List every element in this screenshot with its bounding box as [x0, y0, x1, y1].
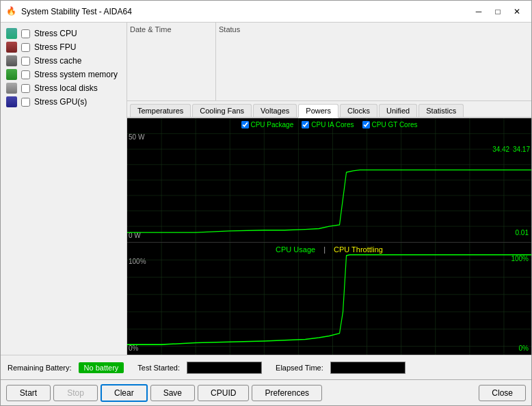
cpu-icon [6, 28, 17, 39]
cpu-usage-label: CPU Usage [276, 245, 315, 254]
stress-memory-row: Stress system memory [6, 69, 121, 80]
stress-cache-row: Stress cache [6, 55, 121, 66]
maximize-button[interactable]: □ [489, 5, 507, 18]
cpu-ia-toggle[interactable] [302, 121, 309, 128]
usage-graph-legend: CPU Usage | CPU Throttling [276, 245, 383, 254]
main-window: 🔥 System Stability Test - AIDA64 ─ □ ✕ S… [0, 0, 532, 406]
remaining-battery-label: Remaining Battery: [8, 364, 72, 372]
power-graph: CPU Package CPU IA Cores CPU GT Cores 50… [127, 118, 531, 242]
power-graph-legend: CPU Package CPU IA Cores CPU GT Cores [241, 121, 417, 128]
close-window-button[interactable]: ✕ [508, 5, 526, 18]
elapsed-time-field [330, 362, 405, 374]
stress-local-row: Stress local disks [6, 83, 121, 94]
cpu-package-toggle[interactable] [241, 121, 248, 128]
power-graph-svg [127, 118, 531, 242]
stress-cache-checkbox[interactable] [21, 57, 30, 66]
log-area: Date & Time Status [127, 23, 531, 101]
window-title: System Stability Test - AIDA64 [21, 7, 470, 16]
window-controls: ─ □ ✕ [470, 5, 526, 18]
cpu-ia-label: CPU IA Cores [311, 121, 354, 128]
clear-button[interactable]: Clear [101, 384, 148, 402]
right-panel: Date & Time Status Temperatures Cooling … [127, 23, 531, 355]
tab-voltages[interactable]: Voltages [253, 104, 297, 117]
stress-fpu-row: Stress FPU [6, 42, 121, 53]
disk-icon [6, 83, 17, 94]
stress-fpu-label: Stress FPU [34, 42, 76, 52]
stress-memory-checkbox[interactable] [21, 70, 30, 79]
test-started-label: Test Started: [137, 364, 180, 372]
gpu-icon [6, 96, 17, 107]
log-date-header: Date & Time [127, 23, 216, 100]
cpu-package-label: CPU Package [250, 121, 293, 128]
save-button[interactable]: Save [150, 385, 195, 401]
legend-cpu-ia: CPU IA Cores [302, 121, 354, 128]
left-panel: Stress CPU Stress FPU Stress cache Stres… [1, 23, 127, 355]
legend-cpu-throttle: CPU Throttling [334, 245, 383, 254]
date-time-label: Date & Time [130, 25, 172, 33]
cpu-throttle-label: CPU Throttling [334, 245, 383, 254]
usage-graph-svg [127, 243, 531, 355]
stress-cpu-checkbox[interactable] [21, 29, 30, 38]
status-bar: Remaining Battery: No battery Test Start… [1, 355, 531, 379]
minimize-button[interactable]: ─ [470, 5, 488, 18]
battery-value: No battery [79, 362, 124, 373]
legend-cpu-package: CPU Package [241, 121, 293, 128]
fpu-icon [6, 42, 17, 53]
legend-cpu-gt: CPU GT Cores [362, 121, 418, 128]
stress-gpu-label: Stress GPU(s) [34, 97, 87, 107]
cpu-gt-label: CPU GT Cores [372, 121, 418, 128]
log-status-header: Status [216, 23, 243, 100]
stress-cache-label: Stress cache [34, 56, 81, 66]
memory-icon [6, 69, 17, 80]
tab-statistics[interactable]: Statistics [418, 104, 464, 117]
titlebar: 🔥 System Stability Test - AIDA64 ─ □ ✕ [1, 1, 531, 23]
content-area: Stress CPU Stress FPU Stress cache Stres… [1, 23, 531, 355]
preferences-button[interactable]: Preferences [252, 385, 322, 401]
stress-memory-label: Stress system memory [34, 70, 118, 79]
cpuid-button[interactable]: CPUID [198, 385, 249, 401]
graphs-area: CPU Package CPU IA Cores CPU GT Cores 50… [127, 118, 531, 355]
tab-clocks[interactable]: Clocks [340, 104, 377, 117]
tab-unified[interactable]: Unified [379, 104, 417, 117]
app-icon: 🔥 [6, 6, 17, 17]
tab-cooling-fans[interactable]: Cooling Fans [192, 104, 252, 117]
stress-local-label: Stress local disks [34, 83, 98, 93]
elapsed-time-label: Elapsed Time: [276, 364, 323, 372]
stress-fpu-checkbox[interactable] [21, 43, 30, 52]
tab-temperatures[interactable]: Temperatures [130, 104, 191, 117]
stress-gpu-row: Stress GPU(s) [6, 96, 121, 107]
close-button[interactable]: Close [479, 385, 526, 401]
tab-powers[interactable]: Powers [298, 104, 338, 118]
test-started-field [187, 362, 262, 374]
stress-cpu-row: Stress CPU [6, 28, 121, 39]
usage-graph: CPU Usage | CPU Throttling 100% 0% 100% … [127, 242, 531, 355]
cpu-gt-toggle[interactable] [362, 121, 370, 128]
cache-icon [6, 55, 17, 66]
stress-cpu-label: Stress CPU [34, 29, 77, 38]
tabs-bar: Temperatures Cooling Fans Voltages Power… [127, 101, 531, 118]
status-label: Status [219, 25, 240, 33]
stress-gpu-checkbox[interactable] [21, 98, 30, 107]
button-bar: Start Stop Clear Save CPUID Preferences … [1, 379, 531, 405]
stop-button[interactable]: Stop [53, 385, 98, 401]
stress-local-checkbox[interactable] [21, 84, 30, 93]
start-button[interactable]: Start [6, 385, 51, 401]
legend-cpu-usage: CPU Usage [276, 245, 315, 254]
